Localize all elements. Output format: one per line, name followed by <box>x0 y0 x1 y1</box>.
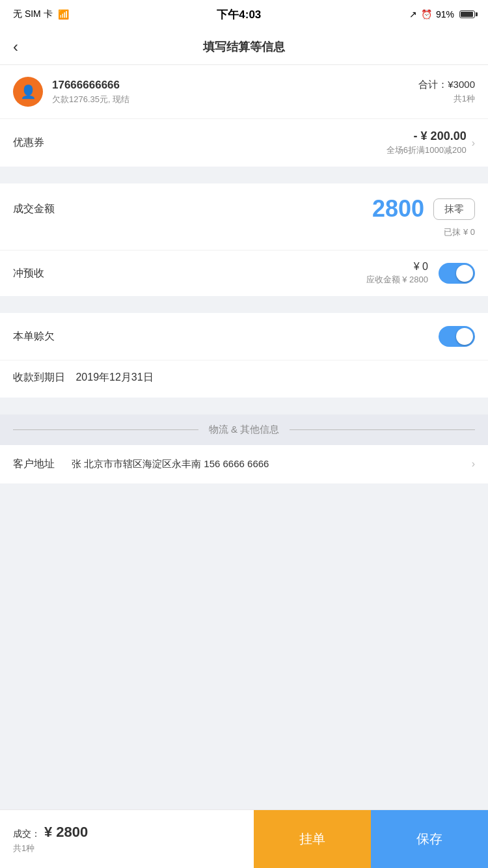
user-subtext: 欠款1276.35元, 现结 <box>52 94 129 105</box>
prepay-row: 冲预收 ¥ 0 应收金额 ¥ 2800 <box>0 250 488 296</box>
amount-row: 成交金额 2800 抹零 <box>13 195 475 223</box>
logistics-section: 物流 & 其他信息 <box>0 414 488 445</box>
round-button[interactable]: 抹零 <box>433 198 475 220</box>
defer-label: 本单赊欠 <box>13 330 55 344</box>
section-divider-2 <box>0 304 488 313</box>
back-button[interactable]: ‹ <box>8 33 23 61</box>
defer-card: 本单赊欠 收款到期日 2019年12月31日 <box>0 313 488 398</box>
status-right: ↗ ⏰ 91% <box>409 9 475 20</box>
location-icon: ↗ <box>409 9 417 20</box>
status-time: 下午4:03 <box>217 7 261 22</box>
logistics-line-left <box>13 429 198 430</box>
carrier-label: 无 SIM 卡 <box>13 8 53 20</box>
bottom-bar: 成交： ¥ 2800 共1种 挂单 保存 <box>0 809 488 868</box>
wifi-icon: 📶 <box>58 9 69 20</box>
nav-bar: ‹ 填写结算等信息 <box>0 29 488 65</box>
user-right: 合计：¥3000 共1种 <box>418 79 475 105</box>
amount-value: 2800 <box>372 195 424 223</box>
toggle-knob <box>456 265 473 282</box>
coupon-info: - ¥ 200.00 全场6折满1000减200 <box>386 129 467 156</box>
address-label: 客户地址 <box>13 457 72 471</box>
coupon-label: 优惠券 <box>13 136 44 150</box>
defer-toggle[interactable] <box>439 326 475 347</box>
address-row[interactable]: 客户地址 张 北京市市辖区海淀区永丰南 156 6666 6666 › <box>0 445 488 483</box>
bottom-deal: 成交： ¥ 2800 <box>13 824 241 841</box>
prepay-right: ¥ 0 应收金额 ¥ 2800 <box>366 261 475 286</box>
amount-value-group: 2800 抹零 <box>372 195 475 223</box>
coupon-desc: 全场6折满1000减200 <box>386 144 467 156</box>
pending-button[interactable]: 挂单 <box>254 810 371 869</box>
user-left: 👤 17666666666 欠款1276.35元, 现结 <box>13 77 129 107</box>
user-phone: 17666666666 <box>52 79 129 92</box>
defer-row: 本单赊欠 <box>0 313 488 360</box>
battery-label: 91% <box>436 9 454 20</box>
section-divider-3 <box>0 405 488 414</box>
user-row: 👤 17666666666 欠款1276.35元, 现结 合计：¥3000 共1… <box>0 65 488 118</box>
prepay-toggle[interactable] <box>439 263 475 284</box>
bottom-count: 共1种 <box>13 843 241 854</box>
amount-card: 成交金额 2800 抹零 已抹 ¥ 0 冲预收 ¥ 0 应收金额 ¥ 2800 <box>0 183 488 296</box>
coupon-right: - ¥ 200.00 全场6折满1000减200 › <box>386 129 475 156</box>
content: 👤 17666666666 欠款1276.35元, 现结 合计：¥3000 共1… <box>0 65 488 673</box>
due-date-label: 收款到期日 <box>13 372 65 383</box>
user-info-card: 👤 17666666666 欠款1276.35元, 现结 合计：¥3000 共1… <box>0 65 488 167</box>
status-bar: 无 SIM 卡 📶 下午4:03 ↗ ⏰ 91% <box>0 0 488 29</box>
status-left: 无 SIM 卡 📶 <box>13 8 69 20</box>
battery-bar <box>459 10 475 18</box>
alarm-icon: ⏰ <box>421 9 432 20</box>
amount-sub: 已抹 ¥ 0 <box>13 226 475 238</box>
prepay-amount: ¥ 0 <box>366 261 428 273</box>
due-date-value: 2019年12月31日 <box>75 372 153 383</box>
empty-space <box>0 491 488 608</box>
user-info: 17666666666 欠款1276.35元, 现结 <box>52 79 129 105</box>
coupon-row[interactable]: 优惠券 - ¥ 200.00 全场6折满1000减200 › <box>0 118 488 167</box>
prepay-sub: 应收金额 ¥ 2800 <box>366 274 428 286</box>
total-count: 共1种 <box>418 93 475 105</box>
prepay-amount-group: ¥ 0 应收金额 ¥ 2800 <box>366 261 428 286</box>
defer-toggle-knob <box>456 328 473 345</box>
logistics-text: 物流 & 其他信息 <box>209 424 279 436</box>
bottom-deal-label: 成交： <box>13 828 40 840</box>
total-amount: 合计：¥3000 <box>418 79 475 91</box>
address-card: 客户地址 张 北京市市辖区海淀区永丰南 156 6666 6666 › <box>0 445 488 483</box>
amount-label: 成交金额 <box>13 202 55 216</box>
logistics-line-right <box>290 429 475 430</box>
address-value: 张 北京市市辖区海淀区永丰南 156 6666 6666 <box>72 457 472 472</box>
bottom-summary: 成交： ¥ 2800 共1种 <box>0 824 254 854</box>
page-title: 填写结算等信息 <box>203 39 285 55</box>
battery-fill <box>461 12 473 17</box>
bottom-deal-amount: ¥ 2800 <box>44 824 88 841</box>
avatar: 👤 <box>13 77 43 107</box>
prepay-label: 冲预收 <box>13 267 44 280</box>
coupon-chevron-icon: › <box>472 137 475 149</box>
due-date-row: 收款到期日 2019年12月31日 <box>0 360 488 398</box>
address-chevron-icon: › <box>472 458 475 470</box>
amount-section: 成交金额 2800 抹零 已抹 ¥ 0 <box>0 183 488 250</box>
section-divider-1 <box>0 174 488 183</box>
save-button[interactable]: 保存 <box>371 810 488 869</box>
coupon-discount: - ¥ 200.00 <box>386 129 467 143</box>
